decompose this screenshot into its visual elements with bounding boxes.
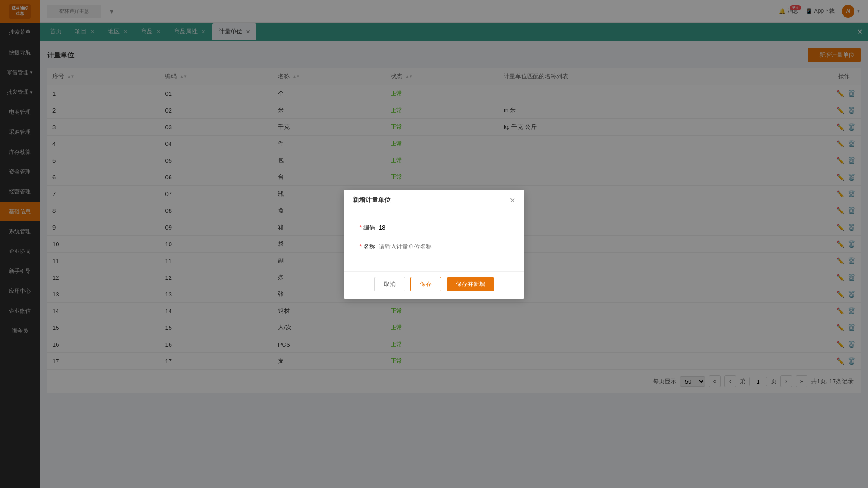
modal-close-button[interactable]: ✕ (509, 196, 515, 205)
modal-title: 新增计量单位 (353, 196, 391, 204)
modal-header: 新增计量单位 ✕ (344, 190, 524, 211)
save-button[interactable]: 保存 (410, 277, 441, 291)
add-unit-modal: 新增计量单位 ✕ * 编码 * 名称 取消 保存 保存并新增 (344, 190, 524, 299)
required-mark: * (359, 224, 362, 231)
save-new-button[interactable]: 保存并新增 (447, 277, 494, 291)
required-mark-name: * (359, 243, 362, 250)
form-row-name: * 名称 (353, 241, 515, 252)
cancel-button[interactable]: 取消 (374, 277, 405, 291)
modal-footer: 取消 保存 保存并新增 (344, 271, 524, 299)
modal-body: * 编码 * 名称 (344, 211, 524, 271)
form-code-label: * 编码 (353, 224, 375, 232)
form-code-input[interactable] (379, 222, 515, 233)
modal-overlay[interactable]: 新增计量单位 ✕ * 编码 * 名称 取消 保存 保存并新增 (0, 0, 868, 488)
form-row-code: * 编码 (353, 222, 515, 233)
form-name-label: * 名称 (353, 243, 375, 251)
form-name-input[interactable] (379, 241, 515, 252)
